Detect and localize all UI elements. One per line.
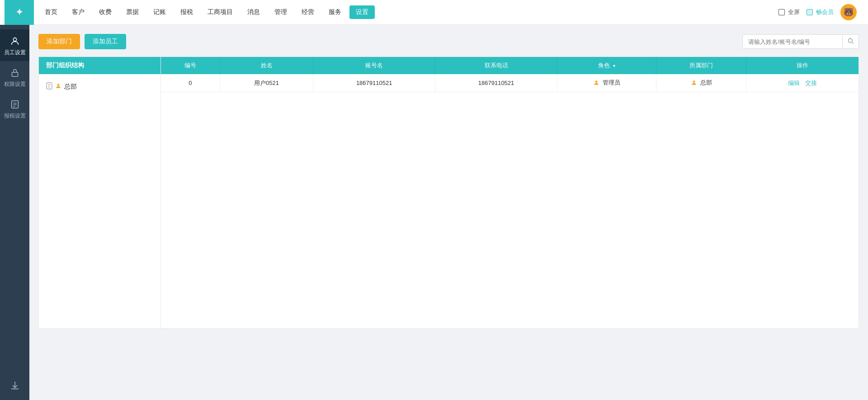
col-dept: 所属部门 <box>656 57 746 74</box>
member-label: 畅会员 <box>816 8 834 16</box>
svg-rect-2 <box>11 101 18 108</box>
sidebar: 员工设置 权限设置 报税设置 <box>0 25 29 400</box>
nav-item-tax[interactable]: 报税 <box>174 5 199 19</box>
nav-right: 全屏 畅会员 🐻 <box>778 4 863 20</box>
table-wrapper: 编号 姓名 账号名 联系电话 角色 ▾ 所属部门 操作 <box>161 57 859 92</box>
lock-icon <box>9 67 20 78</box>
svg-point-15 <box>693 80 695 83</box>
fullscreen-button[interactable]: 全屏 <box>778 8 800 16</box>
add-dept-button[interactable]: 添加部门 <box>38 34 80 49</box>
cell-role: 管理员 <box>557 74 656 92</box>
dept-tree-header: 部门组织结构 <box>39 57 160 74</box>
nav-items: 首页 客户 收费 票据 记账 报税 工商项目 消息 管理 经营 服务 设置 <box>34 5 778 19</box>
col-action: 操作 <box>746 57 859 74</box>
sidebar-item-taxsettings-label: 报税设置 <box>4 112 26 120</box>
tax-settings-icon <box>9 99 20 110</box>
employee-table: 编号 姓名 账号名 联系电话 角色 ▾ 所属部门 操作 <box>161 57 859 92</box>
sidebar-item-permission[interactable]: 权限设置 <box>0 61 29 93</box>
svg-point-0 <box>13 38 16 41</box>
nav-item-operation[interactable]: 经营 <box>295 5 321 19</box>
cell-id: 0 <box>161 74 220 92</box>
sidebar-item-employee-label: 员工设置 <box>4 49 26 56</box>
col-id: 编号 <box>161 57 220 74</box>
nav-item-service[interactable]: 服务 <box>322 5 348 19</box>
svg-point-13 <box>57 84 60 86</box>
dept-user-icon <box>55 83 61 90</box>
action-btn-交接[interactable]: 交接 <box>803 79 819 87</box>
nav-item-manage[interactable]: 管理 <box>268 5 293 19</box>
table-header-row: 编号 姓名 账号名 联系电话 角色 ▾ 所属部门 操作 <box>161 57 859 74</box>
sidebar-item-employee[interactable]: 员工设置 <box>0 29 29 61</box>
nav-item-business[interactable]: 工商项目 <box>201 5 239 19</box>
cell-account: 18679110521 <box>313 74 435 92</box>
top-navigation: ✦ 首页 客户 收费 票据 记账 报税 工商项目 消息 管理 经营 服务 设置 … <box>0 0 868 25</box>
col-role: 角色 ▾ <box>557 57 656 74</box>
sidebar-item-permission-label: 权限设置 <box>4 80 26 88</box>
nav-item-home[interactable]: 首页 <box>38 5 64 19</box>
col-name: 姓名 <box>220 57 313 74</box>
sidebar-download-button[interactable] <box>0 374 29 395</box>
add-emp-button[interactable]: 添加员工 <box>85 34 126 49</box>
nav-item-client[interactable]: 客户 <box>66 5 91 19</box>
cell-phone: 18679110521 <box>435 74 557 92</box>
dept-tree-item-root[interactable]: 总部 <box>46 80 153 94</box>
nav-item-message[interactable]: 消息 <box>241 5 266 19</box>
col-account: 账号名 <box>313 57 435 74</box>
logo: ✦ <box>5 0 34 25</box>
content-area: 部门组织结构 <box>38 56 859 329</box>
nav-item-fee[interactable]: 收费 <box>93 5 118 19</box>
main-layout: 员工设置 权限设置 报税设置 <box>0 25 868 400</box>
role-filter-icon[interactable]: ▾ <box>613 63 615 68</box>
file-icon <box>46 82 52 91</box>
member-icon <box>807 9 813 15</box>
main-content: 添加部门 添加员工 部门组织结构 <box>29 25 868 400</box>
cell-dept: 总部 <box>656 74 746 92</box>
employee-icon <box>9 36 20 47</box>
search-button[interactable] <box>842 35 859 48</box>
avatar[interactable]: 🐻 <box>840 4 857 20</box>
svg-line-8 <box>852 42 853 43</box>
dept-root-label: 总部 <box>64 83 77 91</box>
cell-actions: 编辑 交接 <box>746 74 859 92</box>
search-box <box>742 34 859 49</box>
action-btn-编辑[interactable]: 编辑 <box>786 79 802 87</box>
fullscreen-label: 全屏 <box>788 8 800 16</box>
emp-table: 编号 姓名 账号名 联系电话 角色 ▾ 所属部门 操作 <box>161 57 859 328</box>
toolbar: 添加部门 添加员工 <box>38 34 859 49</box>
nav-item-invoice[interactable]: 票据 <box>120 5 145 19</box>
svg-point-14 <box>595 80 598 83</box>
dept-tree-body: 总部 <box>39 74 160 99</box>
nav-item-bookkeeping[interactable]: 记账 <box>147 5 172 19</box>
sidebar-item-taxsettings[interactable]: 报税设置 <box>0 93 29 124</box>
dept-tree: 部门组织结构 <box>39 57 161 328</box>
svg-rect-1 <box>12 72 18 76</box>
fullscreen-icon <box>778 9 785 15</box>
nav-item-settings[interactable]: 设置 <box>349 5 375 19</box>
logo-icon: ✦ <box>15 6 24 18</box>
member-button[interactable]: 畅会员 <box>807 8 834 16</box>
search-input[interactable] <box>743 36 842 48</box>
table-row: 0 用户0521 18679110521 18679110521 管理员 总部 <box>161 74 859 92</box>
cell-name: 用户0521 <box>220 74 313 92</box>
download-icon <box>9 380 20 391</box>
col-phone: 联系电话 <box>435 57 557 74</box>
